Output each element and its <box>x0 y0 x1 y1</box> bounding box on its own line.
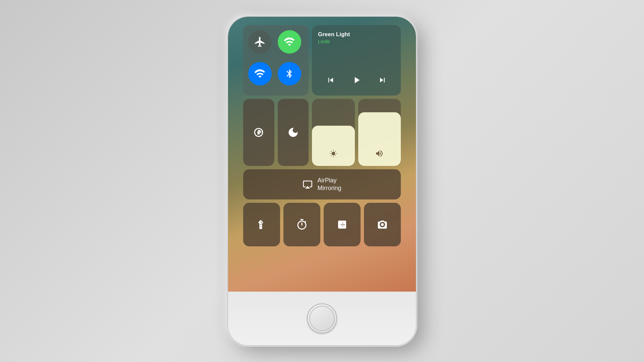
music-controls <box>318 73 395 89</box>
brightness-icon <box>329 149 338 160</box>
bottom-bar <box>228 292 416 345</box>
sliders-area <box>312 99 401 166</box>
flashlight-icon <box>256 218 267 231</box>
control-center: Green Light Lorde <box>238 20 406 285</box>
airplay-mirroring-button[interactable]: AirPlay Mirroring <box>243 169 401 199</box>
play-button[interactable] <box>350 73 364 89</box>
wifi-active-button[interactable] <box>278 30 301 54</box>
volume-icon <box>375 149 384 160</box>
wifi-active-icon <box>283 36 296 48</box>
calculator-button[interactable] <box>324 203 361 246</box>
fast-forward-icon <box>378 75 387 85</box>
middle-row <box>243 99 401 166</box>
moon-icon <box>287 126 299 138</box>
screen: Green Light Lorde <box>228 17 416 292</box>
wifi-button[interactable] <box>248 62 272 85</box>
airplane-mode-button[interactable] <box>248 30 272 54</box>
airplay-label: AirPlay Mirroring <box>317 177 341 192</box>
flashlight-button[interactable] <box>243 203 280 246</box>
sun-icon <box>329 149 338 158</box>
do-not-disturb-button[interactable] <box>278 99 309 166</box>
iphone-body: Green Light Lorde <box>228 17 416 345</box>
play-icon <box>351 75 362 85</box>
airplay-row: AirPlay Mirroring <box>243 169 401 199</box>
airplane-icon <box>254 36 266 48</box>
music-track-title: Green Light <box>318 31 395 38</box>
bluetooth-icon <box>284 68 294 80</box>
brightness-fill <box>312 126 355 166</box>
scene: Green Light Lorde <box>0 0 644 362</box>
rotation-lock-button[interactable] <box>243 99 274 166</box>
brightness-slider[interactable] <box>312 99 355 166</box>
rewind-button[interactable] <box>324 74 337 89</box>
volume-slider[interactable] <box>358 99 401 166</box>
camera-icon <box>376 219 389 230</box>
airplay-icon <box>303 179 313 189</box>
app-shortcuts-row <box>243 203 401 246</box>
rotation-lock-icon <box>252 126 265 139</box>
timer-icon <box>296 219 308 231</box>
home-button[interactable] <box>307 303 337 334</box>
home-button-inner <box>309 306 335 331</box>
rewind-icon <box>326 75 335 85</box>
music-panel: Green Light Lorde <box>312 25 401 96</box>
bluetooth-button[interactable] <box>278 62 301 85</box>
top-row: Green Light Lorde <box>243 25 401 96</box>
camera-button[interactable] <box>364 203 401 246</box>
timer-button[interactable] <box>283 203 320 246</box>
wifi-icon <box>254 68 266 80</box>
connectivity-panel <box>243 25 309 96</box>
fast-forward-button[interactable] <box>376 74 389 89</box>
calculator-icon <box>337 219 347 231</box>
utility-buttons <box>243 99 309 166</box>
music-artist-name: Lorde <box>318 39 395 44</box>
volume-icon <box>375 149 384 158</box>
